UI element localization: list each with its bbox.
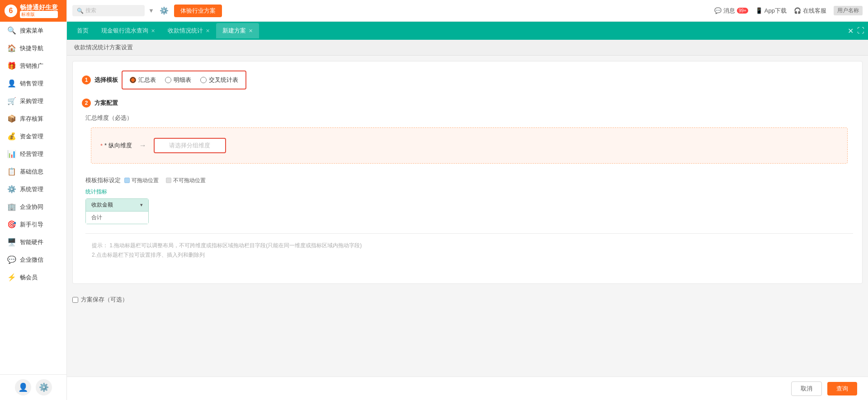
sidebar-item-label: 经营管理: [20, 150, 43, 158]
required-star: *: [100, 142, 103, 149]
tab-receipts-stat-close[interactable]: ✕: [206, 28, 210, 34]
amount-dropdown-icon[interactable]: ▾: [140, 202, 143, 208]
draggable-color-box: [124, 178, 130, 183]
topbar: 🔍 搜索 ▼ ⚙️ 体验行业方案 💬 消息 99+ 📱 App下载 🎧 在线客服…: [67, 0, 868, 22]
template-radio-group: 汇总表 明细表 交叉统计表: [130, 76, 238, 84]
sidebar-item-system[interactable]: ⚙️ 系统管理: [0, 180, 66, 198]
sidebar-item-basic-info[interactable]: 📋 基础信息: [0, 163, 66, 180]
sidebar-item-label: 畅会员: [20, 273, 38, 282]
radio-cross[interactable]: 交叉统计表: [200, 76, 238, 84]
close-window-icon[interactable]: ✕: [848, 27, 854, 35]
notifications-item[interactable]: 💬 消息 99+: [714, 7, 748, 15]
sidebar-item-label: 销售管理: [20, 80, 43, 88]
sidebar-item-operations[interactable]: 📊 经营管理: [0, 145, 66, 163]
phone-icon: 📱: [755, 7, 763, 14]
logo-text: 畅捷通好生意: [20, 4, 58, 11]
query-button[interactable]: 查询: [827, 382, 857, 395]
tab-new-plan-close[interactable]: ✕: [249, 28, 253, 34]
sidebar-logo: 6 畅捷通好生意 标准版: [0, 0, 66, 22]
search-menu-icon: 🔍: [7, 26, 16, 35]
sidebar-item-purchase[interactable]: 🛒 采购管理: [0, 92, 66, 110]
sidebar-user-avatar[interactable]: 👤: [15, 379, 31, 395]
step2-section: 2 方案配置 汇总维度（必选） * * 纵向维度 → 请选择分组维度: [82, 99, 853, 265]
radio-detail-input[interactable]: [165, 77, 171, 83]
chart-icon: 📊: [7, 150, 16, 158]
footer-bar: 取消 查询: [67, 376, 868, 400]
home-icon: 🏠: [7, 44, 16, 52]
tip-1: 提示： 1.拖动标题栏可以调整布局，不可跨维度或指标区域拖动栏目字段(只能在同一…: [92, 242, 847, 249]
clipboard-icon: 📋: [7, 167, 16, 176]
sidebar-item-quick-nav[interactable]: 🏠 快捷导航: [0, 39, 66, 57]
box-icon: 📦: [7, 114, 16, 123]
app-download-item[interactable]: 📱 App下载: [755, 7, 787, 15]
step1-header: 1 选择模板 汇总表 明细表: [82, 71, 853, 89]
cart-icon: 🛒: [7, 97, 16, 105]
draggable-label: 可拖动位置: [132, 177, 159, 184]
sidebar-item-wechat[interactable]: 💬 企业微信: [0, 251, 66, 268]
notifications-label: 消息: [723, 7, 735, 15]
topbar-dropdown-arrow[interactable]: ▼: [148, 7, 154, 14]
topbar-gear-icon[interactable]: ⚙️: [160, 6, 169, 15]
tab-bank-flow[interactable]: 现金银行流水查询 ✕: [95, 23, 161, 38]
breadcrumb: 收款情况统计方案设置: [74, 44, 133, 51]
user-icon: 👤: [7, 79, 16, 88]
tab-receipts-stat[interactable]: 收款情况统计 ✕: [161, 23, 216, 38]
divider: [85, 233, 853, 234]
sidebar-item-label: 营销推广: [20, 62, 43, 70]
target-icon: 🎯: [7, 220, 16, 229]
radio-detail[interactable]: 明细表: [165, 76, 191, 84]
trial-button[interactable]: 体验行业方案: [174, 5, 222, 17]
sidebar-item-label: 资金管理: [20, 132, 43, 141]
content-area: 收款情况统计方案设置 1 选择模板 汇总表: [67, 40, 868, 400]
sidebar-item-capital[interactable]: 💰 资金管理: [0, 127, 66, 145]
topbar-search[interactable]: 🔍 搜索: [72, 5, 145, 16]
app-download-label: App下载: [764, 7, 787, 15]
radio-summary[interactable]: 汇总表: [130, 76, 156, 84]
radio-cross-input[interactable]: [200, 77, 207, 83]
sidebar-item-hardware[interactable]: 🖥️ 智能硬件: [0, 233, 66, 251]
save-checkbox[interactable]: [72, 297, 78, 303]
sidebar-item-guide[interactable]: 🎯 新手引导: [0, 216, 66, 233]
step1-title: 选择模板: [94, 76, 118, 84]
maximize-window-icon[interactable]: ⛶: [857, 27, 864, 35]
tab-bank-flow-close[interactable]: ✕: [151, 28, 155, 34]
tabs-bar: 首页 现金银行流水查询 ✕ 收款情况统计 ✕ 新建方案 ✕ ✕ ⛶: [67, 22, 868, 40]
sidebar-item-label: 企业协同: [20, 203, 43, 211]
save-label[interactable]: 方案保存（可选）: [81, 296, 128, 304]
sidebar-item-label: 快捷导航: [20, 44, 43, 52]
headset-icon: 🎧: [794, 7, 801, 14]
user-label: 用户名称: [837, 7, 859, 14]
stat-table-total: 合计: [86, 212, 148, 224]
gear-icon: ⚙️: [7, 185, 16, 193]
user-name-display[interactable]: 用户名称: [834, 6, 863, 15]
sidebar-settings-icon[interactable]: ⚙️: [36, 379, 52, 395]
page-title-bar: 收款情况统计方案设置: [67, 40, 868, 56]
building-icon: 🏢: [7, 202, 16, 211]
sidebar-item-member[interactable]: ⚡ 畅会员: [0, 268, 66, 286]
dimension-container: 汇总维度（必选） * * 纵向维度 → 请选择分组维度: [85, 114, 853, 265]
sidebar-item-enterprise[interactable]: 🏢 企业协同: [0, 198, 66, 216]
metrics-label: 模板指标设定 可拖动位置 不可拖动位置: [85, 176, 847, 184]
message-icon: 💬: [714, 7, 722, 14]
radio-summary-label: 汇总表: [138, 76, 156, 84]
sidebar-item-label: 搜索菜单: [20, 27, 43, 35]
tab-receipts-stat-label: 收款情况统计: [168, 27, 203, 35]
sidebar-item-sales[interactable]: 👤 销售管理: [0, 75, 66, 92]
non-draggable-indicator: 不可拖动位置: [166, 177, 206, 184]
dimension-select[interactable]: 请选择分组维度: [154, 138, 226, 153]
save-option: 方案保存（可选）: [67, 289, 868, 310]
online-service-item[interactable]: 🎧 在线客服: [794, 7, 826, 15]
sidebar-item-marketing[interactable]: 🎁 营销推广: [0, 57, 66, 75]
radio-summary-input[interactable]: [130, 77, 136, 83]
tab-new-plan[interactable]: 新建方案 ✕: [216, 23, 259, 38]
monitor-icon: 🖥️: [7, 238, 16, 246]
tab-home[interactable]: 首页: [71, 23, 95, 38]
stat-table-header: 收款金额 ▾: [86, 199, 148, 212]
template-select-box: 汇总表 明细表 交叉统计表: [122, 71, 246, 89]
tips-section: 提示： 1.拖动标题栏可以调整布局，不可跨维度或指标区域拖动栏目字段(只能在同一…: [85, 237, 853, 265]
cancel-button[interactable]: 取消: [791, 381, 822, 396]
sidebar-item-inventory[interactable]: 📦 库存核算: [0, 110, 66, 127]
notifications-badge: 99+: [737, 8, 748, 14]
sidebar-item-search-menu[interactable]: 🔍 搜索菜单: [0, 22, 66, 39]
radio-detail-label: 明细表: [174, 76, 191, 84]
